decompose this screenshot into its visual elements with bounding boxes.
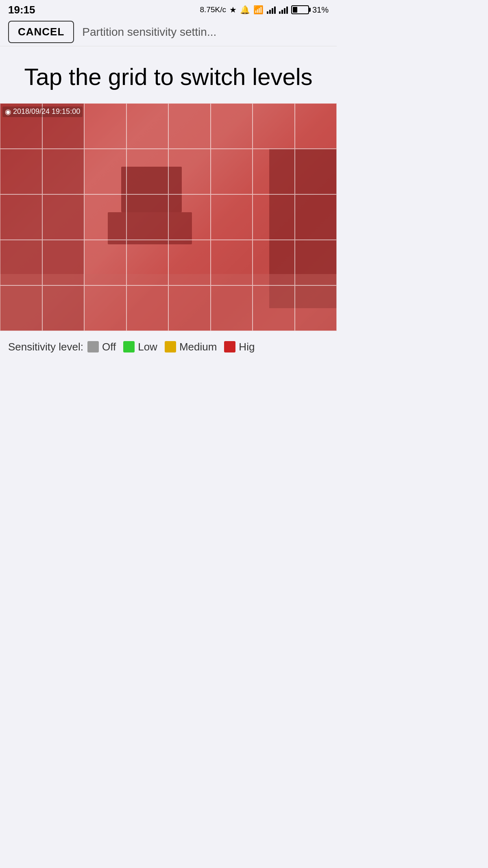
legend-color-medium xyxy=(165,341,176,352)
legend-text-off: Off xyxy=(102,341,116,353)
grid-cell[interactable] xyxy=(211,149,253,194)
grid-cell[interactable] xyxy=(126,240,169,285)
grid-cell[interactable] xyxy=(295,194,337,240)
signal-icon-1 xyxy=(267,6,276,14)
cancel-button[interactable]: CANCEL xyxy=(8,21,74,43)
grid-cell[interactable] xyxy=(126,103,169,149)
grid-cell[interactable] xyxy=(295,285,337,331)
camera-container: ◉ 2018/09/24 19:15:00 xyxy=(0,103,337,331)
instruction-text: Tap the grid to switch levels xyxy=(12,63,325,91)
legend-area: Sensitivity level: Off Low Medium Hig xyxy=(0,331,337,363)
grid-cell[interactable] xyxy=(253,103,295,149)
main-content: Tap the grid to switch levels ◉ 2018/09/… xyxy=(0,46,337,640)
grid-cell[interactable] xyxy=(295,103,337,149)
battery-icon xyxy=(291,5,309,14)
timestamp-text: 2018/09/24 19:15:00 xyxy=(13,107,80,116)
grid-cell[interactable] xyxy=(168,194,211,240)
grid-cell[interactable] xyxy=(84,240,126,285)
grid-cell[interactable] xyxy=(0,194,42,240)
sensitivity-grid[interactable] xyxy=(0,103,337,331)
clock-icon: ◉ xyxy=(5,107,11,116)
grid-cell[interactable] xyxy=(42,240,85,285)
grid-cell[interactable] xyxy=(211,240,253,285)
grid-cell[interactable] xyxy=(295,240,337,285)
legend-label: Sensitivity level: xyxy=(8,341,83,353)
legend-item-low: Low xyxy=(123,341,157,353)
grid-cell[interactable] xyxy=(211,285,253,331)
camera-timestamp: ◉ 2018/09/24 19:15:00 xyxy=(2,107,83,117)
bluetooth-icon: ★ xyxy=(229,5,237,15)
grid-cell[interactable] xyxy=(253,149,295,194)
grid-cell[interactable] xyxy=(0,240,42,285)
legend-item-medium: Medium xyxy=(165,341,217,353)
grid-cell[interactable] xyxy=(168,285,211,331)
grid-cell[interactable] xyxy=(42,194,85,240)
grid-cell[interactable] xyxy=(253,285,295,331)
grid-cell[interactable] xyxy=(168,240,211,285)
legend-text-medium: Medium xyxy=(179,341,217,353)
legend-item-high: Hig xyxy=(224,341,255,353)
status-icons: 8.75K/c ★ 🔔 📶 31% xyxy=(200,5,329,15)
grid-cell[interactable] xyxy=(42,149,85,194)
grid-cell[interactable] xyxy=(0,149,42,194)
legend-text-high: Hig xyxy=(239,341,255,353)
grid-cell[interactable] xyxy=(0,285,42,331)
legend-color-low xyxy=(123,341,135,352)
bottom-area xyxy=(0,363,337,640)
wifi-icon: 📶 xyxy=(253,5,264,15)
grid-cell[interactable] xyxy=(126,285,169,331)
grid-cell[interactable] xyxy=(84,285,126,331)
grid-cell[interactable] xyxy=(168,103,211,149)
signal-icon-2 xyxy=(279,6,288,14)
instruction-area: Tap the grid to switch levels xyxy=(0,46,337,103)
grid-cell[interactable] xyxy=(168,149,211,194)
grid-cell[interactable] xyxy=(84,149,126,194)
grid-cell[interactable] xyxy=(211,194,253,240)
grid-cell[interactable] xyxy=(126,194,169,240)
grid-cell[interactable] xyxy=(295,149,337,194)
status-time: 19:15 xyxy=(8,4,35,16)
grid-cell[interactable] xyxy=(42,285,85,331)
grid-cell[interactable] xyxy=(126,149,169,194)
legend-item-off: Off xyxy=(87,341,116,353)
legend-color-off xyxy=(87,341,99,352)
legend-color-high xyxy=(224,341,235,352)
legend-text-low: Low xyxy=(138,341,157,353)
status-bar: 19:15 8.75K/c ★ 🔔 📶 31% xyxy=(0,0,337,18)
grid-cell[interactable] xyxy=(84,103,126,149)
grid-cell[interactable] xyxy=(84,194,126,240)
battery-percent: 31% xyxy=(312,5,329,15)
grid-cell[interactable] xyxy=(253,240,295,285)
nav-title: Partition sensitivity settin... xyxy=(82,26,329,39)
grid-cell[interactable] xyxy=(211,103,253,149)
nav-bar: CANCEL Partition sensitivity settin... xyxy=(0,18,337,46)
network-label: 8.75K/c xyxy=(200,5,226,14)
grid-cell[interactable] xyxy=(253,194,295,240)
mute-icon: 🔔 xyxy=(240,5,250,15)
